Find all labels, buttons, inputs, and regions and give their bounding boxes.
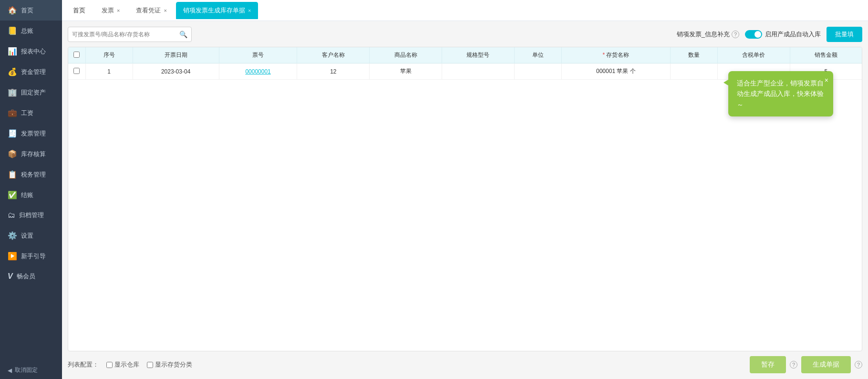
- tab-cancel-invoice-close[interactable]: ×: [248, 8, 251, 13]
- save-help-icon[interactable]: ?: [790, 361, 797, 368]
- tab-home[interactable]: 首页: [66, 2, 93, 19]
- search-wrap[interactable]: 🔍: [68, 27, 192, 42]
- tab-cancel-invoice-label: 销项发票生成库存单据: [183, 6, 245, 15]
- sidebar-item-label: 新手引导: [21, 252, 46, 261]
- sidebar-item-reports[interactable]: 📊 报表中心: [0, 41, 62, 62]
- sidebar-item-fixed-assets[interactable]: 🏢 固定资产: [0, 82, 62, 103]
- tooltip-popup: × 适合生产型企业，销项发票自动生成产成品入库，快来体验～: [728, 71, 833, 116]
- sidebar-item-inventory[interactable]: 📦 库存核算: [0, 144, 62, 164]
- toolbar-row: 🔍 销项发票_信息补充 ? 启用产成品自动入库 批量填: [68, 27, 862, 42]
- row-checkbox[interactable]: [73, 68, 80, 74]
- header-unit: 单位: [514, 47, 561, 63]
- generate-button[interactable]: 生成单据: [801, 356, 851, 373]
- tax-icon: 📋: [8, 170, 17, 179]
- ticket-no-link[interactable]: 00000001: [245, 68, 270, 75]
- ledger-icon: 📒: [8, 26, 17, 35]
- unpin-label: 取消固定: [15, 366, 38, 374]
- show-warehouse-checkbox[interactable]: [106, 362, 113, 368]
- header-unit-price: 含税单价: [717, 47, 790, 63]
- tab-home-label: 首页: [73, 6, 85, 15]
- page-content: 🔍 销项发票_信息补充 ? 启用产成品自动入库 批量填: [62, 21, 868, 379]
- unpin-button[interactable]: ◀ 取消固定: [0, 361, 62, 379]
- save-button[interactable]: 暂存: [750, 356, 786, 373]
- generate-help-icon[interactable]: ?: [855, 361, 862, 368]
- sidebar-item-label: 设置: [21, 232, 33, 240]
- select-all-checkbox[interactable]: [73, 52, 80, 58]
- table-header-row: 序号 开票日期 票号 客户名称 商品名称 规格型号 单位 存货名称 数量 含税单…: [68, 47, 862, 63]
- bottom-bar: 列表配置： 显示仓库 显示存货分类 暂存 ? 生成单据 ?: [68, 351, 862, 373]
- batch-fill-button[interactable]: 批量填: [827, 27, 862, 42]
- sidebar-item-payroll[interactable]: 💼 工资: [0, 103, 62, 123]
- tab-bar: 首页 发票 × 查看凭证 × 销项发票生成库存单据 ×: [62, 0, 868, 21]
- assets-icon: 🏢: [8, 88, 17, 97]
- header-ticket-no: 票号: [219, 47, 297, 63]
- inventory-icon: 📦: [8, 149, 17, 158]
- tab-invoice-close[interactable]: ×: [117, 8, 120, 13]
- vip-icon: V: [8, 272, 13, 281]
- sidebar-item-label: 固定资产: [21, 88, 46, 97]
- row-quantity: [670, 63, 717, 80]
- row-unit: [514, 63, 561, 80]
- sidebar-item-general-ledger[interactable]: 📒 总账: [0, 21, 62, 41]
- tab-view-voucher[interactable]: 查看凭证 ×: [129, 2, 174, 19]
- settings-icon: ⚙️: [8, 231, 17, 240]
- sidebar-item-label: 结账: [21, 191, 33, 200]
- archive-icon: 🗂: [8, 211, 15, 220]
- tab-invoice-label: 发票: [102, 6, 114, 15]
- row-seq: 1: [85, 63, 133, 80]
- sidebar-item-settlement[interactable]: ✅ 结账: [0, 185, 62, 205]
- row-product: 苹果: [370, 63, 442, 80]
- row-spec: [442, 63, 515, 80]
- sidebar-item-label: 畅会员: [17, 272, 35, 281]
- header-spec: 规格型号: [442, 47, 515, 63]
- sidebar-item-label: 工资: [21, 109, 33, 117]
- header-inventory-name: 存货名称: [561, 47, 670, 63]
- row-ticket-no[interactable]: 00000001: [219, 63, 297, 80]
- show-warehouse-label[interactable]: 显示仓库: [106, 360, 139, 369]
- sidebar-item-label: 报表中心: [21, 47, 46, 56]
- auto-warehouse-toggle[interactable]: [745, 30, 762, 39]
- sidebar-item-tax-mgmt[interactable]: 📋 税务管理: [0, 164, 62, 185]
- tab-invoice[interactable]: 发票 ×: [94, 2, 127, 19]
- tooltip-close-button[interactable]: ×: [825, 75, 828, 85]
- home-icon: 🏠: [8, 6, 17, 15]
- show-category-label[interactable]: 显示存货分类: [147, 360, 192, 369]
- table-wrap: 序号 开票日期 票号 客户名称 商品名称 规格型号 单位 存货名称 数量 含税单…: [68, 47, 862, 351]
- row-date: 2023-03-04: [133, 63, 219, 80]
- row-customer: 12: [297, 63, 370, 80]
- toggle-label: 启用产成品自动入库: [765, 30, 821, 39]
- sidebar-item-label: 首页: [21, 6, 33, 15]
- search-icon: 🔍: [179, 31, 187, 38]
- sidebar-item-invoice-mgmt[interactable]: 🧾 发票管理: [0, 123, 62, 144]
- show-category-checkbox[interactable]: [147, 362, 153, 368]
- sidebar-item-archive[interactable]: 🗂 归档管理: [0, 205, 62, 225]
- header-seq: 序号: [85, 47, 133, 63]
- search-input[interactable]: [72, 31, 179, 38]
- tooltip-text: 适合生产型企业，销项发票自动生成产成品入库，快来体验～: [737, 79, 824, 108]
- header-date: 开票日期: [133, 47, 219, 63]
- sidebar-item-label: 税务管理: [21, 170, 46, 179]
- tab-view-voucher-label: 查看凭证: [136, 6, 161, 15]
- row-inventory-name: 000001 苹果 个: [561, 63, 670, 80]
- sidebar-item-guide[interactable]: ▶️ 新手引导: [0, 246, 62, 266]
- sidebar-item-vip[interactable]: V 畅会员: [0, 266, 62, 286]
- sidebar-item-fund-mgmt[interactable]: 💰 资金管理: [0, 62, 62, 82]
- info-help-icon[interactable]: ?: [732, 31, 739, 38]
- header-checkbox-cell: [68, 47, 85, 63]
- info-label: 销项发票_信息补充 ?: [677, 30, 739, 39]
- header-customer: 客户名称: [297, 47, 370, 63]
- sidebar-item-label: 库存核算: [21, 150, 46, 158]
- guide-icon: ▶️: [8, 252, 17, 261]
- sidebar-item-home[interactable]: 🏠 首页: [0, 0, 62, 21]
- tab-cancel-invoice[interactable]: 销项发票生成库存单据 ×: [176, 2, 258, 19]
- tab-view-voucher-close[interactable]: ×: [164, 8, 166, 13]
- list-config-label: 列表配置：: [68, 360, 99, 369]
- toggle-wrap: 启用产成品自动入库: [745, 30, 821, 39]
- invoice-icon: 🧾: [8, 129, 17, 138]
- sidebar: 🏠 首页 📒 总账 📊 报表中心 💰 资金管理 🏢 固定资产 💼 工资 🧾 发票…: [0, 0, 62, 379]
- sidebar-item-label: 发票管理: [21, 129, 46, 138]
- sidebar-item-label: 归档管理: [19, 211, 44, 220]
- sidebar-item-settings[interactable]: ⚙️ 设置: [0, 225, 62, 246]
- main-content: 首页 发票 × 查看凭证 × 销项发票生成库存单据 × 🔍 销项发票_信息补充: [62, 0, 868, 379]
- payroll-icon: 💼: [8, 108, 17, 117]
